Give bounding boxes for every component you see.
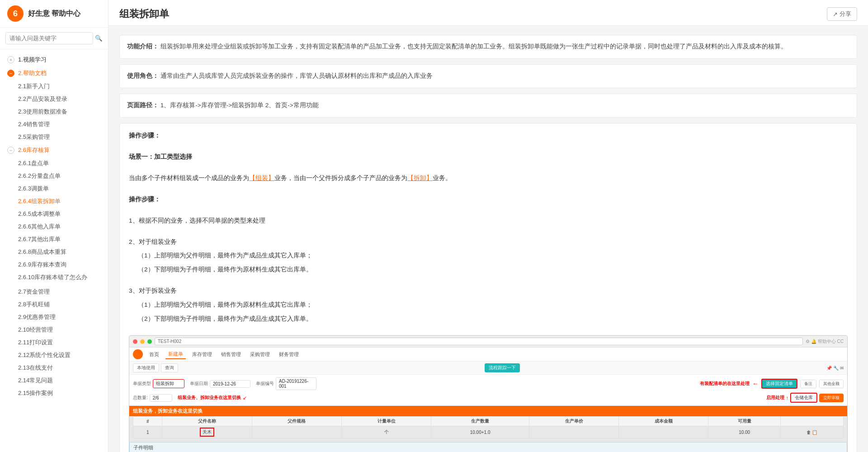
sidebar-item-stocktake[interactable]: 2.6.1盘点单 (0, 157, 108, 170)
share-label: 分享 (840, 10, 851, 18)
step2: 2、对于组装业务 (129, 237, 848, 247)
sidebar-item-inventory[interactable]: − 2.6库存核算 (0, 143, 108, 157)
sidebar-item-otherinbound[interactable]: 2.6.6其他入库单 (0, 220, 108, 233)
qty-input: 2/6 (150, 394, 172, 402)
sidebar-item-assembly[interactable]: 2.6.4组装拆卸单 (0, 195, 108, 208)
annotation1-text: 有装配清单的在这里处理 (700, 381, 750, 387)
query-btn: 查询 (161, 363, 178, 372)
sidebar-header: 6 好生意 帮助中心 (0, 0, 108, 28)
disassembly-link[interactable]: 【拆卸】 (407, 175, 433, 181)
app-toolbar: 本地使用 查询 流程跟踪一下 📌 🔧 ✉ (129, 362, 847, 375)
process-track-btn: 流程跟踪一下 (485, 363, 520, 372)
steps-block: 操作步骤： 场景一：加工类型选择 当由多个子件材料组装成一个成品的业务为【组装】… (119, 123, 857, 452)
ops-steps-title2: 操作步骤： (129, 195, 848, 205)
screenshot-block: TEST-H002 ⚙ 🔔 帮助中心 CC 首页 新建单 库存管理 销售管理 采… (129, 335, 848, 452)
table-row: 1 关木 个 10.00+1.0 10.00 🗑 📋 (133, 426, 844, 438)
step3-2: （2）下部明细为子件明细，最终作为产成品生成其它入库单。 (129, 314, 848, 324)
sidebar-item-costreset[interactable]: 2.6.8商品成本重算 (0, 246, 108, 258)
step2-2: （2）下部明细为子件明细，最终作为原材料生成其它出库单。 (129, 265, 848, 275)
nav-home: 首页 (146, 350, 162, 359)
col-unit-price: 生产单价 (529, 417, 618, 426)
extra-btn2: 其他金额 (819, 380, 844, 388)
role-block: 使用角色： 通常由生产人员或库管人员完成拆装业务的操作，库管人员确认原材料的出库… (119, 64, 857, 88)
sidebar-subitems-docs: 2.1新手入门 2.2产品安装及登录 2.3使用前数据准备 2.4销售管理 2.… (0, 80, 108, 401)
sidebar-subitems-inventory: 2.6.1盘点单 2.6.2分量盘点单 2.6.3调拨单 2.6.4组装拆卸单 … (0, 157, 108, 285)
app-navbar: 首页 新建单 库存管理 销售管理 采购管理 财务管理 (129, 347, 847, 362)
expand-icon: − (7, 147, 14, 154)
logo-icon: 6 (7, 5, 24, 22)
child-section-label: 子件明细 (133, 445, 153, 450)
local-use-btn: 本地使用 (133, 363, 159, 372)
sidebar-section-label: 2.帮助文档 (18, 69, 47, 77)
sidebar-item-payment[interactable]: 2.13在线支付 (0, 362, 108, 374)
url-bar: TEST-H002 (155, 338, 803, 345)
sidebar: 6 好生意 帮助中心 🔍 + 1.视频学习 − 2.帮助文档 2.1新手入门 2… (0, 0, 108, 452)
role-text: 通常由生产人员或库管人员完成拆装业务的操作，库管人员确认原材料的出库和产成品的入… (160, 72, 433, 79)
sidebar-item-purchase[interactable]: 2.5采购管理 (0, 131, 108, 143)
sidebar-item-partialstocktake[interactable]: 2.6.2分量盘点单 (0, 170, 108, 182)
annotation3-area: 启用处理 ↑ 仓储仓库 立即审核 (766, 393, 844, 403)
nav-icons: ⚙ 🔔 帮助中心 CC (806, 338, 844, 345)
sidebar-item-inventoryfix[interactable]: 2.6.10库存账本错了怎么办 (0, 271, 108, 284)
sidebar-item-dataprep[interactable]: 2.3使用前数据准备 (0, 105, 108, 118)
doc-type-field: 单据类型 组装拆卸 (133, 379, 184, 388)
feature-intro-label: 功能介绍： (127, 43, 159, 50)
sidebar-item-newbie[interactable]: 2.1新手入门 (0, 80, 108, 93)
sidebar-item-mobile[interactable]: 2.8手机旺铺 (0, 298, 108, 311)
extra-btn1: 备注 (800, 380, 816, 388)
sidebar-item-print[interactable]: 2.11打印设置 (0, 336, 108, 349)
step2-1: （1）上部明细为父件明细，最终作为产成品生成其它入库单； (129, 251, 848, 261)
path-label: 页面路径： (127, 102, 159, 109)
nav-finance: 财务管理 (276, 350, 302, 359)
assembly-link[interactable]: 【组装】 (249, 175, 274, 181)
doc-type-label: 单据类型 (133, 381, 151, 387)
share-button[interactable]: ↗ 分享 (827, 7, 857, 21)
confirm-btn: 选择固定清单 (761, 379, 797, 389)
sidebar-item-docs[interactable]: − 2.帮助文档 (0, 67, 108, 80)
share-icon: ↗ (833, 11, 838, 18)
sidebar-item-mgmt[interactable]: 2.10经营管理 (0, 324, 108, 336)
sidebar-item-costadj[interactable]: 2.6.5成本调整单 (0, 208, 108, 220)
expand-icon: + (7, 56, 14, 63)
col-parent-name: 父件名称 (162, 417, 252, 426)
search-box: 🔍 (0, 28, 108, 49)
annotation3-arrow: ↑ (786, 395, 789, 400)
parent-table-area: # 父件名称 父件规格 计量单位 生产数量 生产单价 成本金额 可用量 (129, 416, 847, 442)
sidebar-item-system[interactable]: 2.12系统个性化设置 (0, 349, 108, 362)
sidebar-item-otheroutbound[interactable]: 2.6.7其他出库单 (0, 233, 108, 246)
path-text: 1、库存核算->库存管理->组装拆卸单 2、首页->常用功能 (160, 102, 319, 109)
annotation3-text: 启用处理 (766, 395, 784, 401)
scene1-desc: 当由多个子件材料组装成一个成品的业务为【组装】业务，当由一个父件拆分成多个子产品… (129, 173, 848, 184)
nav-new: 新建单 (165, 350, 186, 359)
minimize-btn-icon (140, 339, 145, 344)
step3: 3、对于拆装业务 (129, 286, 848, 296)
sidebar-item-install[interactable]: 2.2产品安装及登录 (0, 93, 108, 105)
step3-1: （1）上部明细为父件明细，最终作为原材料生成其它出库单； (129, 300, 848, 310)
app-logo (133, 349, 143, 359)
sidebar-item-finance[interactable]: 2.7资金管理 (0, 285, 108, 298)
col-unit: 计量单位 (341, 417, 431, 426)
col-num: # (133, 417, 162, 426)
sidebar-section-label: 2.6库存核算 (18, 146, 50, 154)
sidebar-item-sales[interactable]: 2.4销售管理 (0, 118, 108, 131)
annotation2-area: 组装业务、拆卸业务在这里切换 ↙ (178, 395, 247, 401)
annotation1-arrow: ← (752, 380, 759, 387)
logo-text: 好生意 帮助中心 (28, 9, 80, 19)
sidebar-item-faq[interactable]: 2.14常见问题 (0, 374, 108, 387)
col-cost: 成本金额 (619, 417, 708, 426)
doc-no-label: 单据编号 (256, 381, 274, 387)
feature-intro-text: 组装拆卸单用来处理企业组装或拆卸等加工业务，支持有固定装配清单的产品加工业务，也… (160, 43, 787, 50)
sidebar-item-coupon[interactable]: 2.9优惠券管理 (0, 311, 108, 324)
page-title: 组装拆卸单 (119, 7, 169, 21)
sidebar-item-cases[interactable]: 2.15操作案例 (0, 387, 108, 400)
col-available: 可用量 (708, 417, 780, 426)
col-prod-qty: 生产数量 (431, 417, 529, 426)
search-button[interactable]: 🔍 (95, 35, 103, 42)
sidebar-item-video[interactable]: + 1.视频学习 (0, 53, 108, 67)
doc-no-field: 单据编号 AD-20191226-001 (256, 377, 316, 390)
search-input[interactable] (5, 32, 93, 44)
sidebar-item-transfer[interactable]: 2.6.3调拨单 (0, 182, 108, 195)
sidebar-section-label: 1.视频学习 (18, 56, 47, 64)
qty-label: 总数量: (133, 395, 148, 401)
sidebar-item-inventorybook[interactable]: 2.6.9库存账本查询 (0, 258, 108, 271)
